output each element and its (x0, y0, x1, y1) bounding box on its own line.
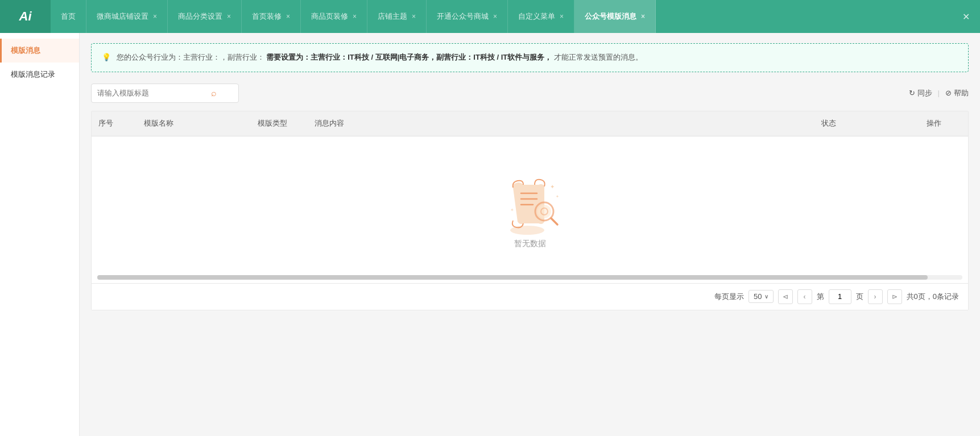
svg-text:✦: ✦ (510, 207, 514, 213)
tab-open-mall[interactable]: 开通公众号商城 × (427, 0, 508, 33)
close-shop-theme[interactable]: × (412, 13, 416, 20)
th-seq: 序号 (92, 118, 137, 128)
close-all-button[interactable]: ✕ (952, 11, 980, 22)
empty-text: 暂无数据 (514, 239, 546, 249)
svg-text:✦: ✦ (556, 194, 559, 198)
notice-suffix: 才能正常发送预置的消息。 (554, 53, 643, 61)
page-size-label: 每页显示 (714, 292, 744, 302)
th-status: 状态 (814, 118, 900, 128)
sidebar-item-template-record[interactable]: 模版消息记录 (0, 63, 79, 86)
th-content: 消息内容 (308, 118, 814, 128)
th-action: 操作 (900, 118, 968, 128)
tab-custom-menu[interactable]: 自定义菜单 × (508, 0, 574, 33)
pagination-bar: 每页显示 50 ∨ ⊲ ‹ 第 页 › ⊳ 共0页，0条记录 (92, 283, 968, 310)
tab-bar: Ai 首页 微商城店铺设置 × 商品分类设置 × 首页装修 × 商品页装修 × … (0, 0, 980, 33)
page-label: 页 (856, 292, 863, 302)
tab-shop-theme[interactable]: 店铺主题 × (367, 0, 427, 33)
search-input[interactable] (97, 89, 211, 97)
help-button[interactable]: ⊘ 帮助 (945, 88, 969, 98)
close-custom-menu[interactable]: × (560, 13, 564, 20)
svg-line-6 (551, 218, 557, 225)
notice-highlight: 需要设置为：主营行业：IT科技 / 互联网|电子商务，副营行业：IT科技 / I… (266, 53, 552, 61)
sync-button[interactable]: ↻ 同步 (909, 88, 932, 98)
notice-box: 💡 您的公众号行业为：主营行业：，副营行业： 需要设置为：主营行业：IT科技 /… (91, 43, 969, 72)
search-bar: ⌕ ↻ 同步 | ⊘ 帮助 (91, 84, 969, 103)
page-size-value: 50 (754, 292, 762, 301)
next-page-button[interactable]: › (868, 289, 883, 304)
prev-page-button[interactable]: ‹ (797, 289, 812, 304)
help-icon: ⊘ (945, 89, 952, 97)
scrollbar-area (92, 275, 968, 280)
scrollbar-thumb (97, 275, 928, 280)
pagination-right: 每页显示 50 ∨ ⊲ ‹ 第 页 › ⊳ 共0页，0条记录 (714, 289, 959, 304)
main-layout: 模版消息 模版消息记录 💡 您的公众号行业为：主营行业：，副营行业： 需要设置为… (0, 33, 980, 436)
tab-home-decor[interactable]: 首页装修 × (242, 0, 301, 33)
empty-state: ✦ ✦ ✦ 暂无数据 (92, 136, 968, 272)
search-icon[interactable]: ⌕ (211, 88, 217, 98)
table-header: 序号 模版名称 模版类型 消息内容 状态 操作 (92, 111, 968, 136)
close-template-msg[interactable]: × (641, 13, 645, 20)
tab-template-msg[interactable]: 公众号模版消息 × (574, 0, 656, 33)
chevron-down-icon: ∨ (764, 293, 768, 300)
close-shop-settings[interactable]: × (153, 13, 157, 20)
app-logo: Ai (0, 0, 51, 33)
toolbar-right: ↻ 同步 | ⊘ 帮助 (909, 88, 969, 98)
th-name: 模版名称 (137, 118, 251, 128)
close-category-settings[interactable]: × (227, 13, 231, 20)
last-page-button[interactable]: ⊳ (887, 289, 902, 304)
tab-product-decor[interactable]: 商品页装修 × (301, 0, 367, 33)
total-info: 共0页，0条记录 (907, 292, 959, 302)
th-type: 模版类型 (251, 118, 308, 128)
close-home-decor[interactable]: × (286, 13, 290, 20)
page-size-select[interactable]: 50 ∨ (749, 290, 773, 303)
tab-home[interactable]: 首页 (51, 0, 86, 33)
toolbar-divider: | (938, 89, 940, 97)
tab-category-settings[interactable]: 商品分类设置 × (168, 0, 242, 33)
sidebar: 模版消息 模版消息记录 (0, 33, 80, 436)
content-area: 💡 您的公众号行业为：主营行业：，副营行业： 需要设置为：主营行业：IT科技 /… (80, 33, 980, 436)
close-open-mall[interactable]: × (493, 13, 497, 20)
close-product-decor[interactable]: × (353, 13, 357, 20)
notice-icon: 💡 (102, 52, 111, 64)
scrollbar-track[interactable] (97, 275, 962, 280)
first-page-button[interactable]: ⊲ (778, 289, 793, 304)
sidebar-item-template-message[interactable]: 模版消息 (0, 39, 79, 63)
notice-prefix: 您的公众号行业为：主营行业：，副营行业： (117, 53, 264, 61)
tab-shop-settings[interactable]: 微商城店铺设置 × (86, 0, 168, 33)
page-input[interactable] (829, 289, 851, 304)
di-label: 第 (817, 292, 824, 302)
search-input-wrap[interactable]: ⌕ (91, 84, 239, 103)
empty-illustration: ✦ ✦ ✦ (496, 171, 564, 239)
sync-icon: ↻ (909, 89, 915, 97)
table-container: 序号 模版名称 模版类型 消息内容 状态 操作 (91, 111, 969, 310)
svg-text:✦: ✦ (550, 184, 555, 190)
svg-point-5 (537, 205, 551, 218)
